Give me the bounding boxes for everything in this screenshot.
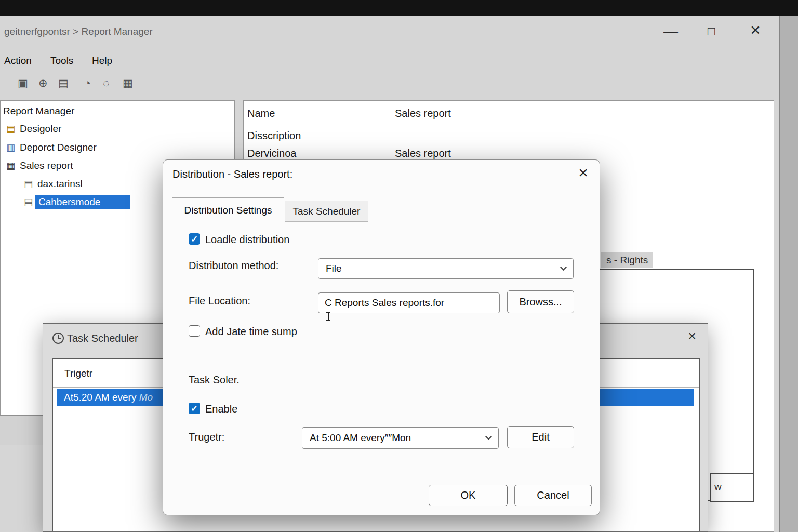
rights-corner-box: w	[710, 473, 754, 502]
tree-item-label: dax.tarinsl	[37, 178, 83, 190]
details-column-divider	[390, 101, 390, 161]
designer-icon: ▥	[6, 142, 15, 153]
desktop-top-strip	[0, 0, 798, 16]
tree-root-label[interactable]: Report Manager	[3, 105, 74, 117]
ok-button[interactable]: OK	[429, 485, 508, 506]
tree-item-selected[interactable]: Cahbersmode	[35, 195, 130, 209]
tree-item-label: Sales report	[20, 160, 73, 171]
trigger-row-text: At5.20 AM every	[64, 392, 139, 403]
maximize-button[interactable]: □	[708, 24, 715, 38]
enable-distribution-checkbox[interactable]	[189, 233, 200, 245]
minimize-button[interactable]: —	[663, 23, 678, 39]
tree-item-datasource[interactable]: ▤ dax.tarinsl	[24, 178, 83, 190]
distribution-method-label: Distributon method:	[189, 260, 278, 272]
close-button[interactable]: ×	[750, 20, 761, 40]
page-icon[interactable]: ▤	[58, 77, 69, 89]
detail-label-description: Disscription	[247, 130, 301, 142]
window-title: geitnerfgpontsr > Report Manager	[4, 26, 153, 37]
enable-schedule-checkbox[interactable]	[189, 403, 200, 414]
add-date-time-checkbox[interactable]	[189, 325, 200, 337]
window-title-app: Report Manager	[81, 26, 152, 37]
globe-icon[interactable]: ⊕	[38, 77, 48, 89]
chevron-down-icon	[485, 433, 492, 440]
detail-label-name: Name	[247, 108, 275, 119]
enable-distribution-label: Loadle distribution	[205, 234, 289, 246]
folder-icon: ▤	[6, 123, 15, 135]
file-location-label: File Location:	[189, 295, 250, 307]
tree-item-label: Desigoler	[20, 123, 61, 135]
info-icon[interactable]: ◌	[103, 77, 109, 89]
tree-item-report-designer[interactable]: ▥ Deporct Designer	[6, 142, 97, 153]
section-divider	[189, 358, 577, 358]
trigger-row-suffix: Mo	[139, 392, 153, 403]
tree-item-desigoler[interactable]: ▤ Desigoler	[6, 123, 61, 135]
add-date-time-label: Add Jate time sump	[205, 326, 297, 338]
dialog-close-button[interactable]: ×	[578, 163, 588, 182]
breadcrumb-separator: >	[73, 26, 78, 37]
menu-tools[interactable]: Tools	[50, 55, 73, 66]
tree-item-label: Cahbersmode	[38, 196, 100, 208]
tab-distribution-settings[interactable]: Distribution Settings	[172, 197, 284, 222]
details-row-divider	[244, 125, 774, 125]
screen: geitnerfgpontsr > Report Manager — □ × A…	[0, 0, 798, 532]
browse-button[interactable]: Browss...	[507, 290, 574, 313]
distribution-method-select[interactable]: File	[318, 258, 574, 279]
clock-icon	[52, 332, 64, 344]
trigger-select[interactable]: At 5:00 AM every″″Mon	[302, 427, 499, 449]
document-icon: ▤	[24, 196, 33, 208]
details-row-divider	[244, 144, 774, 144]
new-report-icon[interactable]: ▣	[18, 77, 28, 89]
cancel-button[interactable]: Cancel	[514, 485, 592, 506]
trigger-value: At 5:00 AM every″″Mon	[310, 432, 411, 444]
tab-task-scheduler[interactable]: Task Scheduler	[285, 201, 368, 222]
window-title-breadcrumb: geitnerfgpontsr	[4, 26, 70, 37]
file-location-input[interactable]	[318, 292, 500, 313]
rights-corner-text: w	[714, 481, 722, 493]
trigger-label: Trugetr:	[189, 431, 224, 443]
tree-item-label: Deporct Designer	[20, 142, 97, 153]
dialog-title: Distribution - Sales report:	[172, 168, 292, 180]
menu-help[interactable]: Help	[92, 55, 112, 66]
menu-action[interactable]: Action	[4, 55, 32, 66]
detail-label-device: Dervicinoa	[247, 148, 296, 159]
edit-button[interactable]: Edit	[507, 426, 574, 448]
task-scheduler-section-label: Task Soler.	[189, 374, 240, 386]
rights-tab[interactable]: s - Rights	[601, 252, 653, 268]
distribution-dialog: Distribution - Sales report: × Distribut…	[163, 159, 600, 515]
tree-item-sales-report[interactable]: ▦ Sales report	[6, 160, 73, 171]
task-scheduler-close-button[interactable]: ×	[688, 328, 696, 344]
document-icon: ▤	[24, 178, 33, 190]
report-icon: ▦	[6, 160, 15, 171]
chevron-down-icon	[560, 264, 567, 271]
refresh-icon[interactable]: ◔	[84, 77, 91, 89]
background-panel-fragment	[0, 415, 43, 445]
detail-value-device: Sales report	[395, 148, 451, 159]
enable-schedule-label: Enable	[205, 403, 237, 415]
task-scheduler-title: Task Scheduler	[67, 332, 138, 344]
distribution-method-value: File	[326, 263, 342, 274]
trigger-column-header[interactable]: Trigetr	[64, 368, 92, 379]
text-cursor-artifact	[328, 313, 329, 320]
grid-report-icon[interactable]: ▦	[123, 77, 133, 89]
detail-value-name: Sales report	[395, 108, 451, 119]
